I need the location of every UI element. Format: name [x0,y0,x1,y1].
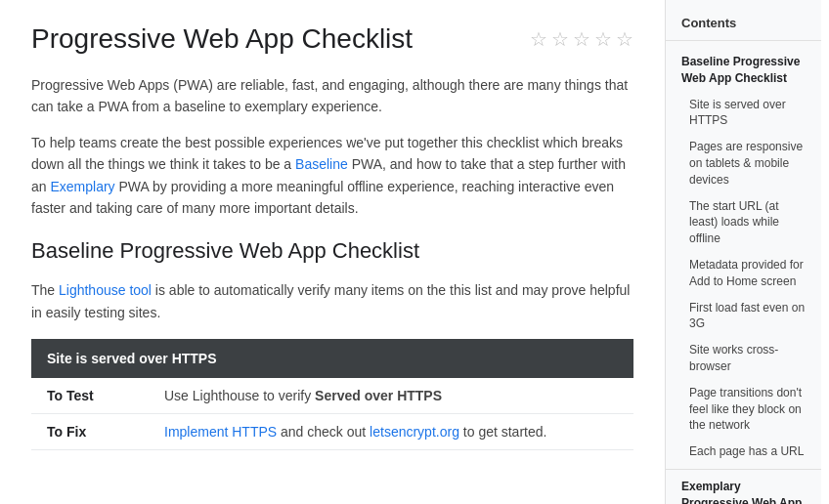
toc-item-url[interactable]: Each page has a URL [666,439,821,465]
lighthouse-link[interactable]: Lighthouse tool [59,282,152,298]
intro-text-1: Progressive Web Apps (PWA) are reliable,… [31,77,628,114]
toc-item-firstload[interactable]: First load fast even on 3G [666,295,821,338]
intro-paragraph-1: Progressive Web Apps (PWA) are reliable,… [31,74,633,118]
toc-item-baseline[interactable]: Baseline Progressive Web App Checklist [666,49,821,92]
exemplary-link[interactable]: Exemplary [50,179,114,194]
intro-text-2-after: PWA by providing a more meaningful offli… [31,179,614,216]
toc-item-https[interactable]: Site is served over HTTPS [666,92,821,135]
section1-text: The Lighthouse tool is able to automatic… [31,279,633,323]
page-title-area: Progressive Web App Checklist ☆ ☆ ☆ ☆ ☆ [31,23,633,55]
row2-middle: and check out [277,424,370,440]
page-title: Progressive Web App Checklist [31,23,413,55]
row1-value: Use Lighthouse to verify Served over HTT… [149,378,633,414]
row1-bold: Served over HTTPS [315,388,442,403]
sidebar-toc: Contents Baseline Progressive Web App Ch… [665,0,821,504]
star-3[interactable]: ☆ [573,27,590,51]
star-1[interactable]: ☆ [530,27,547,51]
checklist-table: Site is served over HTTPS To Test Use Li… [31,339,633,450]
letsencrypt-link[interactable]: letsencrypt.org [370,424,459,440]
toc-item-transitions[interactable]: Page transitions don't feel like they bl… [666,380,821,439]
toc-item-responsive[interactable]: Pages are responsive on tablets & mobile… [666,134,821,192]
section1-text-before: The [31,282,59,298]
table-row-2: To Fix Implement HTTPS and check out let… [31,414,633,450]
intro-paragraph-2: To help teams create the best possible e… [31,132,633,220]
main-content: Progressive Web App Checklist ☆ ☆ ☆ ☆ ☆ … [0,0,665,504]
toc-item-metadata[interactable]: Metadata provided for Add to Home screen [666,252,821,295]
toc-item-offline[interactable]: The start URL (at least) loads while off… [666,193,821,252]
toc-title: Contents [666,16,821,41]
baseline-link[interactable]: Baseline [295,156,348,172]
implement-https-link[interactable]: Implement HTTPS [164,424,277,440]
toc-item-crossbrowser[interactable]: Site works cross-browser [666,337,821,380]
row2-after: to get started. [459,424,547,440]
row1-label: To Test [31,378,149,414]
row2-value: Implement HTTPS and check out letsencryp… [149,414,633,450]
table-header: Site is served over HTTPS [31,339,633,378]
row2-label: To Fix [31,414,149,450]
toc-item-exemplary[interactable]: Exemplary Progressive Web App Checklist [666,474,821,504]
star-rating[interactable]: ☆ ☆ ☆ ☆ ☆ [530,27,633,51]
toc-divider [666,469,821,470]
section1-title: Baseline Progressive Web App Checklist [31,238,633,264]
table-row: To Test Use Lighthouse to verify Served … [31,378,633,414]
star-5[interactable]: ☆ [616,27,633,51]
star-2[interactable]: ☆ [551,27,569,51]
star-4[interactable]: ☆ [594,27,612,51]
